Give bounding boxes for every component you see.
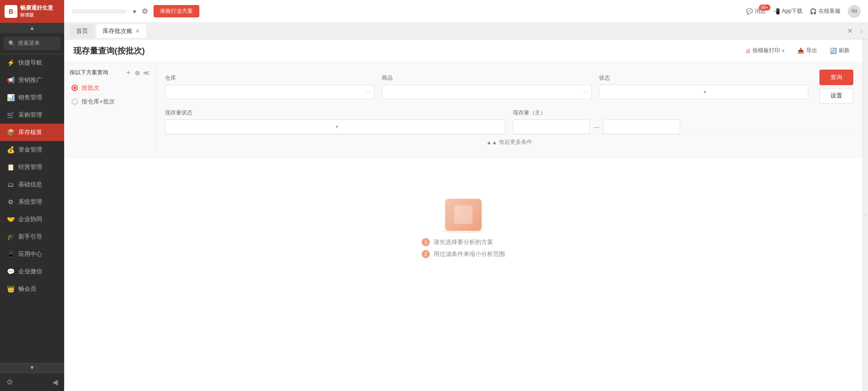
sidebar-item-label: 经营管理 xyxy=(18,163,42,171)
warehouse-field: 仓库 ··· xyxy=(165,74,374,99)
stock-qty-min[interactable] xyxy=(513,119,590,134)
trial-button[interactable]: 体验行业方案 xyxy=(154,5,199,17)
enterprise-collab-icon: 🤝 xyxy=(6,215,15,223)
warehouse-input[interactable] xyxy=(169,89,366,95)
sidebar-item-basic[interactable]: 🗂 基础信息 xyxy=(0,176,64,193)
warehouse-input-wrap[interactable]: ··· xyxy=(165,85,374,99)
print-icon: 🖨 xyxy=(745,48,751,54)
sidebar-item-newbie[interactable]: 🎓 新手引导 xyxy=(0,228,64,245)
product-input-wrap[interactable]: ··· xyxy=(382,85,591,99)
export-icon: 📤 xyxy=(797,48,804,54)
topbar-dropdown-icon[interactable]: ▾ xyxy=(133,8,136,15)
status-dropdown-icon: ▾ xyxy=(703,89,804,95)
sidebar-item-inventory[interactable]: 📦 库存核算 xyxy=(0,124,64,141)
sidebar-scroll-down[interactable]: ▼ xyxy=(0,363,64,373)
settings-icon[interactable]: ⚙ xyxy=(6,378,13,386)
empty-state: 1 请先选择要分析的方案 2 用过滤条件来缩小分析范围 xyxy=(64,157,863,286)
settings-button[interactable]: 设置 xyxy=(819,88,853,103)
topbar-gear-icon[interactable]: ⚙ xyxy=(142,7,148,16)
sidebar: B 畅康通好生意 标准版 ▲ 🔍 搜索菜单 ⚡ 快捷导航 📢 营销推广 📊 销售… xyxy=(0,0,64,391)
sidebar-item-label: 销售管理 xyxy=(18,93,42,102)
sidebar-item-member[interactable]: 👑 畅会员 xyxy=(0,280,64,298)
stock-qty-max[interactable] xyxy=(603,119,680,134)
product-more-icon[interactable]: ··· xyxy=(583,89,588,95)
filter-row-2: 现存量状态 ▾ 现存量（主） — xyxy=(165,109,853,134)
edition-label: 标准版 xyxy=(20,12,53,18)
sidebar-item-system[interactable]: ⚙ 系统管理 xyxy=(0,193,64,211)
radio-by-batch xyxy=(71,85,78,91)
tip-num-2: 2 xyxy=(422,250,430,258)
scheme-by-warehouse-batch-label: 按仓库+批次 xyxy=(82,98,115,106)
collapse-scheme-icon[interactable]: ≪ xyxy=(143,69,150,76)
stock-qty-range: — xyxy=(513,119,853,134)
sidebar-item-sales[interactable]: 📊 销售管理 xyxy=(0,89,64,106)
customer-service-button[interactable]: 🎧 在线客服 xyxy=(810,7,841,15)
filter-area: 按以下方案查询 ＋ ⊕ ≪ 按批次 按仓库+批次 xyxy=(64,62,863,157)
sidebar-item-quick-nav[interactable]: ⚡ 快捷导航 xyxy=(0,54,64,71)
empty-tip-2: 2 用过滤条件来缩小分析范围 xyxy=(422,250,505,258)
refresh-icon: 🔄 xyxy=(830,48,837,54)
export-label: 导出 xyxy=(806,47,817,54)
tab-batch-account[interactable]: 库存批次账 ✕ xyxy=(96,24,146,38)
sidebar-item-label: 企业微信 xyxy=(18,267,42,276)
warehouse-label: 仓库 xyxy=(165,74,374,82)
app-logo: B xyxy=(5,5,17,18)
brand-info: 畅康通好生意 标准版 xyxy=(20,5,53,18)
sidebar-search-area: 🔍 搜索菜单 xyxy=(0,33,64,54)
sidebar-item-enterprise-collab[interactable]: 🤝 企业协同 xyxy=(0,211,64,228)
warehouse-more-icon[interactable]: ··· xyxy=(366,89,370,95)
main-area: ▾ ⚙ 体验行业方案 💬 消息 99+ 📲 App下载 🎧 在线客服 Rit xyxy=(64,0,868,391)
sidebar-item-enterprise-wechat[interactable]: 💬 企业微信 xyxy=(0,263,64,280)
refresh-button[interactable]: 🔄 刷新 xyxy=(826,45,853,56)
stock-qty-field: 现存量（主） — xyxy=(513,109,853,134)
stock-status-dropdown-icon: ▾ xyxy=(335,124,502,130)
print-button[interactable]: 🖨 按模板打印 ▾ xyxy=(742,45,788,56)
basic-icon: 🗂 xyxy=(6,180,15,189)
sidebar-item-purchase[interactable]: 🛒 采购管理 xyxy=(0,106,64,124)
collapse-filters-bar[interactable]: ▲▲ 收起更多条件 xyxy=(165,134,853,150)
tab-home[interactable]: 首页 xyxy=(70,24,94,38)
tab-close-icon[interactable]: ✕ xyxy=(135,28,140,34)
app-download-button[interactable]: 📲 App下载 xyxy=(773,7,802,15)
empty-shadow xyxy=(443,228,484,233)
sidebar-scroll-up[interactable]: ▲ xyxy=(0,23,64,33)
messages-button[interactable]: 💬 消息 99+ xyxy=(746,7,766,15)
tip-num-1: 1 xyxy=(422,238,430,246)
quick-nav-icon: ⚡ xyxy=(6,59,15,67)
empty-tip-1: 1 请先选择要分析的方案 xyxy=(422,238,505,246)
status-select[interactable]: ▾ xyxy=(599,85,808,99)
page-header: 现存量查询(按批次) 🖨 按模板打印 ▾ 📤 导出 🔄 刷新 xyxy=(64,39,863,62)
user-menu[interactable]: Rit xyxy=(848,5,861,18)
tip-text-2: 用过滤条件来缩小分析范围 xyxy=(434,250,505,258)
right-scroll-indicator[interactable]: › xyxy=(863,39,868,391)
avatar: Rit xyxy=(848,5,861,18)
product-field: 商品 ··· xyxy=(382,74,591,99)
product-input[interactable] xyxy=(386,89,582,95)
filter-sidebar-header: 按以下方案查询 ＋ ⊕ ≪ xyxy=(64,68,155,81)
sidebar-item-label: 应用中心 xyxy=(18,250,42,258)
inventory-icon: 📦 xyxy=(6,128,15,136)
sidebar-item-finance[interactable]: 💰 资金管理 xyxy=(0,141,64,158)
radio-by-warehouse-batch xyxy=(71,98,78,105)
print-dropdown-icon[interactable]: ▾ xyxy=(782,48,785,54)
sidebar-item-operations[interactable]: 📋 经营管理 xyxy=(0,158,64,176)
stock-status-select[interactable]: ▾ xyxy=(165,119,505,134)
scheme-by-warehouse-batch[interactable]: 按仓库+批次 xyxy=(64,95,155,109)
app-center-icon: 📱 xyxy=(6,250,15,258)
query-button[interactable]: 查询 xyxy=(819,70,853,85)
enterprise-wechat-icon: 💬 xyxy=(6,267,15,276)
sidebar-item-marketing[interactable]: 📢 营销推广 xyxy=(0,71,64,89)
scheme-by-batch[interactable]: 按批次 xyxy=(64,81,155,95)
search-menu-button[interactable]: 🔍 搜索菜单 xyxy=(4,37,60,50)
app-download-label: App下载 xyxy=(782,7,802,15)
qty-separator: — xyxy=(593,124,599,130)
page-close-button[interactable]: ✕ xyxy=(843,25,857,37)
export-button[interactable]: 📤 导出 xyxy=(794,45,821,56)
settings-scheme-icon[interactable]: ⊕ xyxy=(135,69,140,76)
chevron-right-icon[interactable]: › xyxy=(860,27,863,35)
sidebar-item-app-center[interactable]: 📱 应用中心 xyxy=(0,245,64,263)
add-scheme-icon[interactable]: ＋ xyxy=(125,68,132,77)
topbar: ▾ ⚙ 体验行业方案 💬 消息 99+ 📲 App下载 🎧 在线客服 Rit xyxy=(64,0,868,23)
collapse-sidebar-icon[interactable]: ◀ xyxy=(52,378,58,386)
empty-face xyxy=(454,206,472,224)
